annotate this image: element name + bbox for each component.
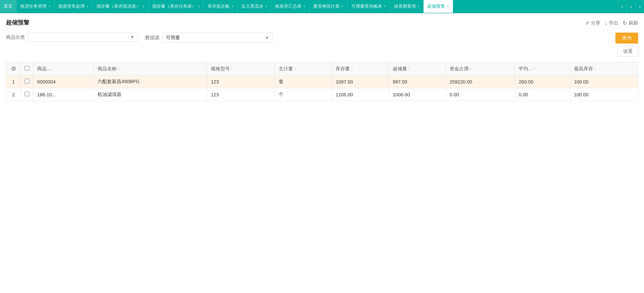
th-overstock: 超储量 ↕ <box>389 62 446 75</box>
refresh-button[interactable]: ↻ 刷新 <box>623 20 638 26</box>
page-header: 超储预警 ↗ 分享 ↓ 导出 ↻ 刷新 <box>6 19 638 27</box>
row-stock: 1097.00 <box>332 75 389 88</box>
nav-arrows: ‹ › › <box>618 0 644 13</box>
nav-item-home[interactable]: 首页 <box>0 0 17 13</box>
table-row: 2 186-10... 机油滤清器 123 个 1106.00 1006.00 … <box>6 88 638 101</box>
main-content: 超储预警 ↗ 分享 ↓ 导出 ↻ 刷新 商品分类 ▼ 数据源 <box>0 13 644 293</box>
th-capital: 资金占用 ↕ <box>446 62 515 75</box>
close-icon[interactable]: × <box>447 4 449 8</box>
close-icon[interactable]: × <box>48 4 51 8</box>
nav-item-inout[interactable]: 出入库流水 × <box>238 0 271 13</box>
export-icon: ↓ <box>605 20 607 26</box>
nav-item-order-stats[interactable]: 要货单统计表 × <box>310 0 348 13</box>
data-table: ⚙ 商品... ↕ 商品名称 ↕ <box>6 62 638 101</box>
close-icon[interactable]: × <box>265 4 267 8</box>
nav-item-summary[interactable]: 收发存汇总表 × <box>271 0 310 13</box>
chevron-down-icon: ▼ <box>264 35 269 41</box>
sort-icon[interactable]: ↕ <box>118 67 120 71</box>
refresh-icon: ↻ <box>623 20 627 26</box>
row-name: 机油滤清器 <box>94 88 207 101</box>
datasource-label: 数据源 <box>145 34 160 41</box>
row-number: 1 <box>6 75 21 88</box>
nav-item-exception[interactable]: 拣货异常处理 × <box>55 0 93 13</box>
th-code: 商品... ↕ <box>33 62 94 75</box>
sort-icon[interactable]: ↕ <box>594 67 596 71</box>
sort-icon[interactable]: ↕ <box>533 67 535 71</box>
sort-icon[interactable]: ↕ <box>52 67 54 71</box>
row-capital: 259220.00 <box>446 75 515 88</box>
row-checkbox[interactable] <box>25 79 29 84</box>
row-avg: 260.00 <box>515 75 570 88</box>
row-maxstock: 100.00 <box>570 88 638 101</box>
close-icon[interactable]: × <box>418 4 420 8</box>
th-avg: 平均... ↕ <box>515 62 570 75</box>
datasource-filter: 数据源 可用量 ▼ <box>145 33 272 43</box>
nav-item-task[interactable]: 拣货任务管理 × <box>17 0 55 13</box>
nav-item-overstock[interactable]: 超储预警 × <box>424 0 453 13</box>
sort-icon[interactable]: ↕ <box>231 67 233 71</box>
th-settings: ⚙ <box>6 62 21 75</box>
chevron-down-icon: ▼ <box>130 34 135 40</box>
table-row: 1 0000004 六配套新昌490BPG 123 套 1097.00 997.… <box>6 75 638 88</box>
close-icon[interactable]: × <box>142 4 144 8</box>
row-overstock: 997.00 <box>389 75 446 88</box>
row-unit: 个 <box>275 88 332 101</box>
nav-item-stock-status[interactable]: 现存量（库存状况表） × <box>93 0 149 13</box>
row-maxstock: 100.00 <box>570 75 638 88</box>
sort-icon[interactable]: ↕ <box>294 67 296 71</box>
category-filter: 商品分类 ▼ <box>6 33 138 42</box>
nav-more-button[interactable]: › <box>635 0 644 13</box>
row-capital: 0.00 <box>446 88 515 101</box>
row-checkbox[interactable] <box>25 92 29 96</box>
share-icon: ↗ <box>585 20 589 26</box>
close-icon[interactable]: × <box>303 4 305 8</box>
select-all-checkbox[interactable] <box>25 66 29 71</box>
page-title: 超储预警 <box>6 19 29 27</box>
sort-icon[interactable]: ↕ <box>470 67 472 71</box>
row-spec: 123 <box>207 88 275 101</box>
close-icon[interactable]: × <box>231 4 234 8</box>
th-spec: 规格型号 ↕ <box>207 62 275 75</box>
row-checkbox-cell <box>21 88 33 101</box>
close-icon[interactable]: × <box>384 4 386 8</box>
nav-prev-button[interactable]: ‹ <box>618 0 626 13</box>
row-code: 0000004 <box>33 75 94 88</box>
row-spec: 123 <box>207 75 275 88</box>
row-avg: 0.00 <box>515 88 570 101</box>
table-header-row: ⚙ 商品... ↕ 商品名称 ↕ <box>6 62 638 75</box>
row-stock: 1106.00 <box>332 88 389 101</box>
nav-next-button[interactable]: › <box>626 0 635 13</box>
close-icon[interactable]: × <box>87 4 89 8</box>
header-actions: ↗ 分享 ↓ 导出 ↻ 刷新 <box>585 20 638 26</box>
row-overstock: 1006.00 <box>389 88 446 101</box>
nav-item-expiry[interactable]: 保质期查询 × <box>390 0 424 13</box>
th-name: 商品名称 ↕ <box>94 62 207 75</box>
th-stock: 库存量 ↕ <box>332 62 389 75</box>
row-name: 六配套新昌490BPG <box>94 75 207 88</box>
sort-icon[interactable]: ↕ <box>351 67 353 71</box>
nav-item-available[interactable]: 可用量库存账本 × <box>348 0 390 13</box>
th-checkbox <box>21 62 33 75</box>
nav-item-stock-dist[interactable]: 现存量（库存分布表） × <box>149 0 204 13</box>
th-maxstock: 最高库存 ↕ <box>570 62 638 75</box>
sort-icon[interactable]: ↕ <box>408 67 410 71</box>
export-button[interactable]: ↓ 导出 <box>605 20 618 26</box>
category-select[interactable]: ▼ <box>28 33 138 42</box>
row-number: 2 <box>6 88 21 101</box>
gear-icon[interactable]: ⚙ <box>11 66 16 72</box>
datasource-select[interactable]: 可用量 ▼ <box>162 33 272 43</box>
category-label: 商品分类 <box>6 34 25 41</box>
row-checkbox-cell <box>21 75 33 88</box>
datasource-value: 可用量 <box>166 34 261 41</box>
share-button[interactable]: ↗ 分享 <box>585 20 600 26</box>
nav-item-batch[interactable]: 库存批次账 × <box>204 0 238 13</box>
row-unit: 套 <box>275 75 332 88</box>
top-navigation: 首页 拣货任务管理 × 拣货异常处理 × 现存量（库存状况表） × 现存量（库存… <box>0 0 644 13</box>
th-unit: 主计量 ↕ <box>275 62 332 75</box>
query-button[interactable]: 查询 <box>615 33 638 44</box>
close-icon[interactable]: × <box>198 4 200 8</box>
settings-button[interactable]: 设置 <box>618 46 638 57</box>
row-code: 186-10... <box>33 88 94 101</box>
close-icon[interactable]: × <box>341 4 344 8</box>
